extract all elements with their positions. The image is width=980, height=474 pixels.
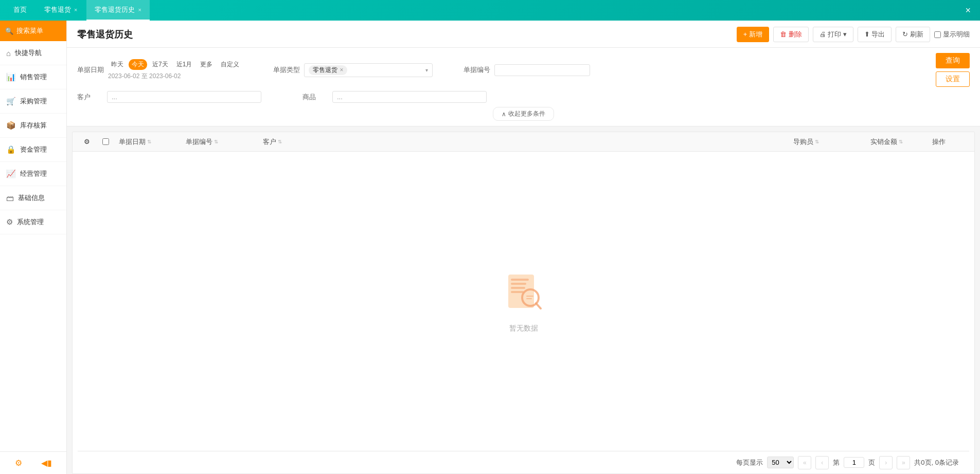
filter-row-1: 单据日期 昨天 今天 近7天 近1月 更多 自定义 2023-06-02 至 2… bbox=[77, 53, 970, 87]
refresh-button[interactable]: ↻ 刷新 bbox=[896, 27, 930, 42]
page-label-post: 页 bbox=[868, 458, 875, 467]
sidebar-item-operations-label: 经营管理 bbox=[20, 169, 47, 178]
next-page-button[interactable]: › bbox=[879, 456, 893, 469]
collapse-button[interactable]: ∧ 收起更多条件 bbox=[493, 107, 554, 121]
print-button[interactable]: 🖨 打印 ▾ bbox=[813, 27, 853, 42]
export-button[interactable]: ⬆ 导出 bbox=[858, 27, 892, 42]
sort-amount-icon: ⇅ bbox=[899, 139, 903, 144]
sidebar-search-label: 搜索菜单 bbox=[16, 26, 43, 35]
query-settings-group: 查询 设置 bbox=[936, 53, 970, 87]
th-amount[interactable]: 实销金额 ⇅ bbox=[866, 137, 928, 147]
sidebar-item-quick-nav-label: 快捷导航 bbox=[15, 48, 42, 58]
th-date[interactable]: 单据日期 ⇅ bbox=[115, 137, 182, 147]
select-all-checkbox[interactable] bbox=[102, 138, 109, 145]
tab-retail-return-history[interactable]: 零售退货历史 × bbox=[86, 0, 149, 21]
th-no-label: 单据编号 bbox=[186, 137, 212, 147]
table-header: ⚙ 单据日期 ⇅ 单据编号 ⇅ 客户 ⇅ 导购员 ⇅ bbox=[73, 132, 974, 152]
finance-icon: 🔒 bbox=[6, 145, 16, 154]
filter-row-2: 客户 ... 商品 ... bbox=[77, 91, 970, 103]
search-icon: 🔍 bbox=[5, 27, 13, 35]
sidebar-footer: ⚙ ◀▮ bbox=[0, 451, 66, 474]
goods-placeholder: ... bbox=[337, 93, 343, 101]
date-shortcut-custom[interactable]: 自定义 bbox=[218, 59, 242, 70]
doc-no-input[interactable] bbox=[494, 64, 590, 76]
tab-retail-return-label: 零售退货 bbox=[44, 5, 71, 14]
tab-home[interactable]: 首页 bbox=[5, 0, 35, 21]
sidebar-item-inventory[interactable]: 📦 库存核算 bbox=[0, 114, 66, 138]
sidebar-menu: ⌂ 快捷导航 📊 销售管理 🛒 采购管理 📦 库存核算 🔒 资金管理 📈 bbox=[0, 41, 66, 451]
doc-no-label: 单据编号 bbox=[464, 65, 490, 75]
add-button[interactable]: + 新增 bbox=[737, 27, 769, 42]
doc-type-input-box[interactable]: 零售退货 × ▾ bbox=[304, 63, 433, 77]
window-close-button[interactable]: × bbox=[961, 3, 975, 18]
collapse-up-icon: ∧ bbox=[502, 111, 506, 118]
sort-customer-icon: ⇅ bbox=[278, 139, 282, 144]
page-number-input[interactable] bbox=[844, 457, 864, 468]
settings-footer-icon[interactable]: ⚙ bbox=[15, 458, 22, 468]
doc-type-remove-icon[interactable]: × bbox=[340, 66, 343, 74]
customer-label: 客户 bbox=[77, 93, 103, 102]
operations-icon: 📈 bbox=[6, 169, 16, 178]
display-toggle-label: 显示明细 bbox=[943, 30, 970, 39]
filter-area: 单据日期 昨天 今天 近7天 近1月 更多 自定义 2023-06-02 至 2… bbox=[67, 48, 980, 126]
audio-footer-icon[interactable]: ◀▮ bbox=[41, 458, 52, 468]
svg-rect-2 bbox=[511, 283, 526, 285]
main-content: 零售退货历史 + 新增 🗑 删除 🖨 打印 ▾ ⬆ 导出 ↻ 刷新 显示明细 bbox=[67, 21, 980, 474]
sort-no-icon: ⇅ bbox=[214, 139, 218, 144]
sidebar-item-sales[interactable]: 📊 销售管理 bbox=[0, 65, 66, 89]
prev-page-button[interactable]: ‹ bbox=[815, 456, 829, 469]
page-title-row: 零售退货历史 + 新增 🗑 删除 🖨 打印 ▾ ⬆ 导出 ↻ 刷新 显示明细 bbox=[77, 27, 970, 42]
filter-customer: 客户 ... bbox=[77, 91, 261, 103]
sidebar-item-finance-label: 资金管理 bbox=[20, 145, 47, 154]
customer-input-box[interactable]: ... bbox=[107, 91, 261, 103]
date-shortcut-1month[interactable]: 近1月 bbox=[173, 59, 195, 70]
sidebar-item-basic-info-label: 基础信息 bbox=[18, 193, 45, 203]
date-filter-label: 单据日期 bbox=[77, 65, 104, 75]
th-guide[interactable]: 导购员 ⇅ bbox=[789, 137, 866, 147]
sidebar-search[interactable]: 🔍 搜索菜单 bbox=[0, 21, 66, 41]
date-range-text: 2023-06-02 至 2023-06-02 bbox=[108, 72, 242, 81]
table-settings-icon[interactable]: ⚙ bbox=[78, 138, 96, 145]
first-page-button[interactable]: « bbox=[798, 456, 811, 469]
page-label-pre: 第 bbox=[833, 458, 840, 467]
per-page-select[interactable]: 50 10 20 100 bbox=[767, 457, 794, 468]
settings-button[interactable]: 设置 bbox=[936, 71, 970, 87]
purchase-icon: 🛒 bbox=[6, 97, 16, 106]
th-customer[interactable]: 客户 ⇅ bbox=[259, 137, 789, 147]
svg-rect-3 bbox=[511, 287, 525, 289]
basic-info-icon: 🗃 bbox=[6, 194, 14, 203]
sidebar-item-operations[interactable]: 📈 经营管理 bbox=[0, 162, 66, 186]
tab-retail-return[interactable]: 零售退货 × bbox=[36, 0, 85, 21]
sidebar-item-system-label: 系统管理 bbox=[17, 217, 44, 227]
sidebar-item-basic-info[interactable]: 🗃 基础信息 bbox=[0, 186, 66, 210]
doc-type-chevron-icon: ▾ bbox=[425, 67, 428, 73]
delete-button[interactable]: 🗑 删除 bbox=[773, 27, 809, 42]
th-customer-label: 客户 bbox=[263, 137, 276, 147]
per-page-label: 每页显示 bbox=[736, 458, 763, 467]
close-tab-retail-return-icon[interactable]: × bbox=[74, 7, 77, 13]
close-tab-history-icon[interactable]: × bbox=[138, 7, 141, 13]
th-date-label: 单据日期 bbox=[119, 137, 146, 147]
sidebar-item-system[interactable]: ⚙ 系统管理 bbox=[0, 210, 66, 234]
home-icon: ⌂ bbox=[6, 49, 11, 58]
sidebar-item-finance[interactable]: 🔒 资金管理 bbox=[0, 138, 66, 162]
svg-line-6 bbox=[536, 303, 541, 308]
sort-guide-icon: ⇅ bbox=[815, 139, 819, 144]
display-toggle-checkbox[interactable] bbox=[934, 31, 941, 38]
sidebar-item-purchase[interactable]: 🛒 采购管理 bbox=[0, 89, 66, 114]
date-shortcut-yesterday[interactable]: 昨天 bbox=[108, 59, 127, 70]
date-shortcut-today[interactable]: 今天 bbox=[129, 59, 147, 70]
table-area: ⚙ 单据日期 ⇅ 单据编号 ⇅ 客户 ⇅ 导购员 ⇅ bbox=[72, 132, 975, 474]
date-shortcut-7days[interactable]: 近7天 bbox=[149, 59, 171, 70]
date-shortcut-more[interactable]: 更多 bbox=[197, 59, 216, 70]
empty-icon bbox=[501, 269, 547, 316]
goods-input-box[interactable]: ... bbox=[332, 91, 487, 103]
last-page-button[interactable]: » bbox=[897, 456, 910, 469]
sidebar-item-inventory-label: 库存核算 bbox=[20, 121, 47, 130]
table-checkbox-all[interactable] bbox=[96, 138, 115, 145]
filter-date: 单据日期 昨天 今天 近7天 近1月 更多 自定义 2023-06-02 至 2… bbox=[77, 59, 242, 81]
query-button[interactable]: 查询 bbox=[936, 53, 970, 68]
doc-type-label: 单据类型 bbox=[273, 65, 300, 75]
th-no[interactable]: 单据编号 ⇅ bbox=[182, 137, 259, 147]
sidebar-item-quick-nav[interactable]: ⌂ 快捷导航 bbox=[0, 41, 66, 65]
